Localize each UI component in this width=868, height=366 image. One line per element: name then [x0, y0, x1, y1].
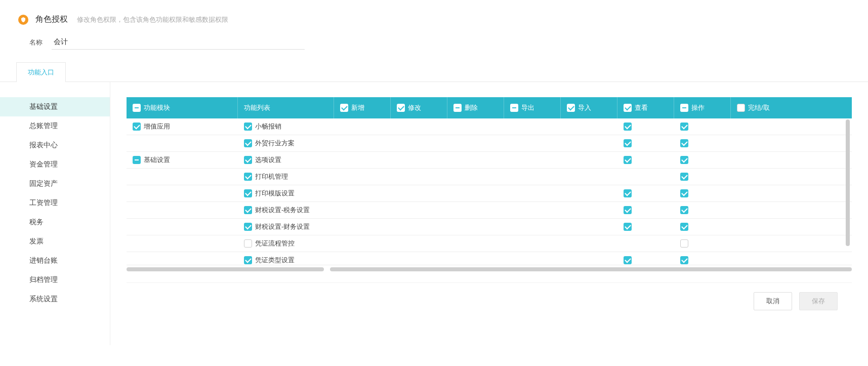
module-label: 基础设置 — [144, 155, 170, 165]
module-checkbox[interactable] — [133, 123, 141, 131]
module-checkbox[interactable] — [133, 156, 141, 164]
page-subtitle: 修改角色权限，包含该角色功能权限和敏感数据权限 — [77, 15, 228, 24]
col-del: 删除 — [465, 103, 478, 112]
header-add-checkbox[interactable] — [340, 104, 348, 112]
item-checkbox[interactable] — [244, 123, 252, 131]
horizontal-scrollbar[interactable] — [127, 267, 852, 273]
sidebar-item-8[interactable]: 进销台账 — [0, 251, 110, 270]
permissions-table-scroll[interactable]: 功能模块 功能列表 新增 修改 — [127, 97, 852, 265]
role-name-input[interactable] — [52, 35, 305, 50]
item-label: 打印模版设置 — [255, 189, 295, 198]
sidebar-item-2[interactable]: 报表中心 — [0, 136, 110, 155]
op-checkbox[interactable] — [680, 239, 688, 248]
header-edit-checkbox[interactable] — [397, 104, 405, 112]
item-checkbox[interactable] — [244, 139, 252, 147]
col-final: 完结/取 — [748, 103, 770, 112]
permissions-panel: 功能模块 功能列表 新增 修改 — [110, 82, 868, 345]
header-view-checkbox[interactable] — [624, 104, 632, 112]
table-row: 凭证类型设置 — [127, 252, 852, 265]
item-label: 选项设置 — [255, 155, 281, 165]
table-row: 打印机管理 — [127, 169, 852, 185]
name-row: 名称 — [0, 35, 868, 62]
col-export: 导出 — [521, 103, 534, 112]
item-checkbox[interactable] — [244, 156, 252, 164]
op-checkbox[interactable] — [680, 223, 688, 231]
table-row: 外贸行业方案 — [127, 135, 852, 152]
item-checkbox[interactable] — [244, 173, 252, 181]
view-checkbox[interactable] — [624, 206, 632, 214]
tab-strip: 功能入口 — [0, 62, 868, 82]
op-checkbox[interactable] — [680, 256, 688, 264]
sidebar-item-7[interactable]: 发票 — [0, 232, 110, 251]
item-checkbox[interactable] — [244, 189, 252, 197]
item-checkbox[interactable] — [244, 223, 252, 231]
shield-icon — [18, 15, 28, 25]
sidebar-item-4[interactable]: 固定资产 — [0, 174, 110, 193]
page-header: 角色授权 修改角色权限，包含该角色功能权限和敏感数据权限 — [0, 0, 868, 35]
op-checkbox[interactable] — [680, 123, 688, 131]
op-checkbox[interactable] — [680, 173, 688, 181]
item-label: 财税设置-财务设置 — [255, 222, 310, 231]
view-checkbox[interactable] — [624, 123, 632, 131]
view-checkbox[interactable] — [624, 223, 632, 231]
table-row: 财税设置-税务设置 — [127, 202, 852, 219]
view-checkbox[interactable] — [624, 256, 632, 264]
col-import: 导入 — [578, 103, 591, 112]
header-del-checkbox[interactable] — [453, 104, 462, 112]
page-title: 角色授权 — [35, 14, 68, 25]
item-label: 小畅报销 — [255, 122, 281, 131]
header-module-checkbox[interactable] — [133, 104, 141, 112]
item-label: 财税设置-税务设置 — [255, 206, 310, 215]
op-checkbox[interactable] — [680, 189, 688, 197]
cancel-button[interactable]: 取消 — [754, 292, 792, 310]
col-module: 功能模块 — [144, 103, 170, 112]
op-checkbox[interactable] — [680, 139, 688, 147]
view-checkbox[interactable] — [624, 189, 632, 197]
table-header: 功能模块 功能列表 新增 修改 — [127, 97, 852, 118]
op-checkbox[interactable] — [680, 206, 688, 214]
header-final-checkbox[interactable] — [737, 104, 745, 112]
item-label: 凭证流程管控 — [255, 239, 295, 248]
sidebar: 基础设置总账管理报表中心资金管理固定资产工资管理税务发票进销台账归档管理系统设置 — [0, 82, 110, 345]
header-import-checkbox[interactable] — [567, 104, 575, 112]
footer-actions: 取消 保存 — [127, 282, 852, 319]
name-label: 名称 — [29, 38, 43, 47]
view-checkbox[interactable] — [624, 156, 632, 164]
col-edit: 修改 — [408, 103, 421, 112]
vertical-scrollbar[interactable] — [846, 119, 850, 246]
item-checkbox[interactable] — [244, 206, 252, 214]
item-label: 外贸行业方案 — [255, 139, 295, 148]
table-row: 财税设置-财务设置 — [127, 219, 852, 235]
col-view: 查看 — [635, 103, 648, 112]
item-checkbox[interactable] — [244, 256, 252, 264]
sidebar-item-3[interactable]: 资金管理 — [0, 155, 110, 174]
item-label: 凭证类型设置 — [255, 256, 295, 265]
table-row: 打印模版设置 — [127, 185, 852, 202]
table-row: 凭证流程管控 — [127, 235, 852, 252]
op-checkbox[interactable] — [680, 156, 688, 164]
table-row: 增值应用小畅报销 — [127, 118, 852, 135]
table-body: 增值应用小畅报销外贸行业方案基础设置选项设置打印机管理打印模版设置财税设置-税务… — [127, 118, 852, 265]
sidebar-item-1[interactable]: 总账管理 — [0, 116, 110, 136]
sidebar-item-5[interactable]: 工资管理 — [0, 193, 110, 213]
module-label: 增值应用 — [144, 122, 170, 131]
sidebar-item-9[interactable]: 归档管理 — [0, 270, 110, 290]
sidebar-item-6[interactable]: 税务 — [0, 213, 110, 232]
header-op-checkbox[interactable] — [680, 104, 688, 112]
sidebar-item-10[interactable]: 系统设置 — [0, 290, 110, 309]
col-op: 操作 — [691, 103, 705, 112]
col-add: 新增 — [351, 103, 364, 112]
view-checkbox[interactable] — [624, 139, 632, 147]
tab-function-entry[interactable]: 功能入口 — [16, 62, 66, 82]
item-checkbox[interactable] — [244, 239, 252, 248]
header-export-checkbox[interactable] — [510, 104, 518, 112]
save-button[interactable]: 保存 — [799, 292, 838, 310]
sidebar-item-0[interactable]: 基础设置 — [0, 97, 110, 116]
table-row: 基础设置选项设置 — [127, 152, 852, 169]
col-list: 功能列表 — [244, 103, 270, 112]
item-label: 打印机管理 — [255, 172, 288, 181]
